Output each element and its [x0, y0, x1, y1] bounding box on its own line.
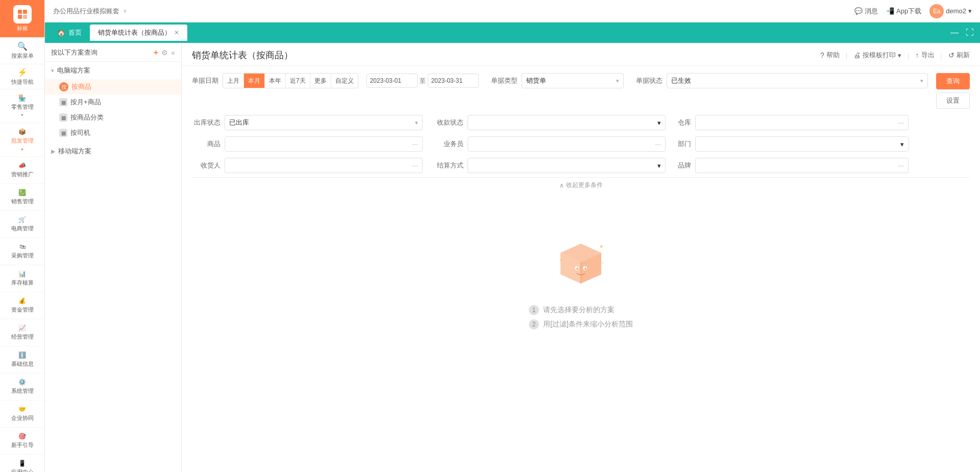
sidebar-item-sales[interactable]: 💹 销售管理: [0, 184, 44, 211]
tip2-num: 2: [529, 319, 539, 329]
payment-method-select[interactable]: ▾: [468, 158, 666, 173]
payment-method-arrow-icon: ▾: [657, 162, 661, 170]
sidebar-item-retail[interactable]: 🏪 零售管理 ▾: [0, 89, 44, 123]
svg-rect-0: [18, 10, 22, 14]
date-btn-last-month[interactable]: 上月: [223, 74, 244, 88]
department-label: 部门: [678, 139, 691, 149]
date-btn-custom[interactable]: 自定义: [331, 74, 358, 88]
date-btn-this-month[interactable]: 本月: [244, 74, 265, 88]
help-button[interactable]: ? 帮助: [820, 51, 840, 60]
tree-group-pc[interactable]: ▾ 电脑端方案: [45, 62, 181, 79]
brand-dots-icon[interactable]: ···: [898, 161, 904, 170]
query-button[interactable]: 查询: [936, 73, 970, 89]
sidebar-item-marketing[interactable]: 📣 营销推广: [0, 157, 44, 184]
search-menu-item[interactable]: 🔍 搜索菜单: [0, 37, 44, 64]
brand-input[interactable]: ···: [695, 158, 909, 173]
tab-sales-stats[interactable]: 销货单统计表（按商品） ✕: [90, 25, 187, 41]
department-arrow-icon: ▾: [900, 140, 904, 148]
collapse-bar[interactable]: ∧ 收起更多条件: [192, 177, 970, 193]
help-icon: ?: [820, 51, 824, 59]
date-end-input[interactable]: [428, 74, 479, 88]
product-label: 商品: [192, 139, 220, 149]
warehouse-dots-icon[interactable]: ···: [898, 119, 904, 127]
svg-rect-2: [18, 15, 22, 19]
add-scheme-button[interactable]: +: [154, 48, 158, 57]
date-start-input[interactable]: [366, 74, 418, 88]
out-status-label: 出库状态: [192, 118, 220, 127]
payment-status-select[interactable]: ▾: [468, 115, 666, 130]
retail-label: 零售管理: [11, 103, 34, 111]
doc-type-select[interactable]: 销货单 ▾: [522, 73, 624, 88]
tip1-text: 请先选择要分析的方案: [543, 305, 615, 315]
template-print-button[interactable]: 🖨 按模板打印 ▾: [853, 51, 901, 60]
sidebar-item-enterprise[interactable]: 🤝 企业协同: [0, 400, 44, 428]
quick-nav-item[interactable]: ⚡ 快捷导航: [0, 64, 44, 89]
salesperson-input[interactable]: ···: [468, 136, 666, 152]
sidebar-item-appstore[interactable]: 📱 应用中心: [0, 455, 44, 472]
refresh-label: 刷新: [957, 51, 970, 60]
sidebar-item-operation[interactable]: 📈 经营管理: [0, 319, 44, 346]
message-button[interactable]: 💬 消息: [854, 7, 878, 16]
setting-button[interactable]: 设置: [936, 92, 970, 109]
scheme-settings-icon[interactable]: ⚙: [161, 49, 168, 57]
product-input[interactable]: ···: [225, 136, 423, 152]
sidebar-item-ecommerce[interactable]: 🛒 电商管理: [0, 211, 44, 238]
header-left: 办公用品行业模拟账套 ▾: [53, 7, 127, 16]
enterprise-icon: 🤝: [18, 406, 26, 413]
by-product-label: 按商品: [71, 82, 91, 91]
download-icon: 📲: [886, 7, 894, 15]
export-button[interactable]: ↑ 导出: [916, 51, 935, 60]
sidebar-item-basic[interactable]: ℹ️ 基础信息: [0, 346, 44, 373]
app-download-button[interactable]: 📲 App下载: [886, 7, 921, 16]
sidebar-item-system[interactable]: ⚙️ 系统管理: [0, 373, 44, 400]
tab-expand-icon[interactable]: ⛶: [964, 26, 976, 39]
department-select[interactable]: ▾: [695, 136, 909, 152]
receiver-dots-icon[interactable]: ···: [412, 161, 418, 170]
product-dots-icon[interactable]: ···: [412, 140, 418, 148]
salesperson-dots-icon[interactable]: ···: [655, 140, 661, 148]
date-btn-last-7days[interactable]: 近7天: [286, 74, 310, 88]
tree-child-by-month-product[interactable]: ▦ 按月+商品: [45, 95, 181, 110]
sidebar-item-wholesale[interactable]: 📦 批发管理 ▴: [0, 123, 44, 157]
sidebar-item-finance[interactable]: 💰 资金管理: [0, 292, 44, 319]
message-label: 消息: [865, 7, 878, 16]
sidebar-logo[interactable]: 标账: [0, 0, 44, 37]
wholesale-icon: 📦: [18, 128, 26, 135]
date-btn-more[interactable]: 更多: [310, 74, 331, 88]
export-label: 导出: [921, 51, 935, 60]
message-icon: 💬: [854, 7, 863, 15]
wholesale-label: 批发管理: [11, 137, 34, 145]
mobile-expand-icon: ▶: [51, 148, 55, 155]
export-icon: ↑: [916, 51, 919, 59]
tree-group-mobile[interactable]: ▶ 移动端方案: [45, 143, 181, 160]
sidebar-item-purchase[interactable]: 🛍 采购管理: [0, 238, 44, 265]
mobile-group-label: 移动端方案: [58, 147, 91, 156]
warehouse-input[interactable]: ···: [695, 115, 909, 130]
tree-child-by-category[interactable]: ▦ 按商品分类: [45, 110, 181, 125]
tree-child-by-cashier[interactable]: ▦ 按司机: [45, 125, 181, 140]
collapse-panel-icon[interactable]: «: [171, 49, 175, 57]
purchase-icon: 🛍: [19, 243, 26, 250]
nav-label: 快捷导航: [11, 78, 34, 86]
out-status-select[interactable]: 已出库 ▾: [225, 115, 423, 130]
collapse-up-icon: ∧: [559, 182, 564, 189]
refresh-button[interactable]: ↺ 刷新: [948, 51, 970, 60]
tab-home[interactable]: 🏠 首页: [49, 25, 90, 41]
doc-status-arrow-icon: ▾: [920, 78, 923, 84]
sidebar-item-inventory[interactable]: 📊 库存核算: [0, 265, 44, 292]
user-menu[interactable]: Ea demo2 ▾: [929, 4, 972, 18]
date-btn-this-year[interactable]: 本年: [265, 74, 286, 88]
doc-status-select[interactable]: 已生效 ▾: [667, 73, 928, 88]
right-panel: 销货单统计表（按商品） ? 帮助 | 🖨 按模板打印 ▾ | ↑: [182, 43, 980, 472]
page-title-row: 销货单统计表（按商品） ? 帮助 | 🖨 按模板打印 ▾ | ↑: [182, 43, 980, 66]
category-icon: ▦: [59, 113, 67, 122]
tab-close-icon[interactable]: ✕: [174, 29, 179, 36]
sidebar-item-newbie[interactable]: 🎯 新手引导: [0, 428, 44, 455]
tree-child-by-product[interactable]: 按 按商品: [45, 79, 181, 95]
cashier-icon: ▦: [59, 129, 67, 137]
system-label: 系统管理: [11, 387, 34, 395]
tab-minimize-icon[interactable]: —: [948, 26, 961, 39]
by-cashier-label: 按司机: [70, 128, 90, 137]
receiver-input[interactable]: ···: [225, 158, 423, 173]
top-header: 办公用品行业模拟账套 ▾ 💬 消息 📲 App下载 Ea demo2 ▾: [45, 0, 980, 22]
